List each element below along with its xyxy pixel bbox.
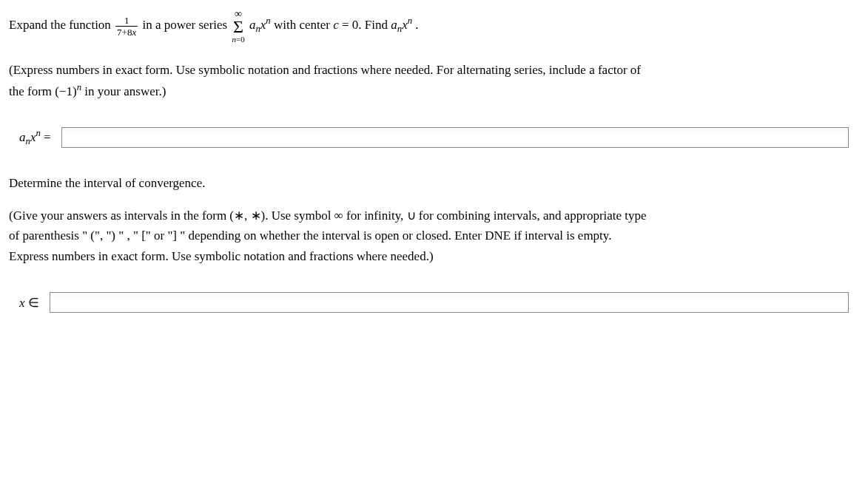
- answer1-label: anxn =: [19, 128, 51, 147]
- answer2-row: x ∈: [9, 292, 859, 313]
- hint2-line3: Express numbers in exact form. Use symbo…: [9, 248, 859, 265]
- answer2-label: x ∈: [19, 295, 39, 311]
- hint2-line2: of parenthesis " (", ") " , " [" or "] "…: [9, 227, 859, 245]
- hint1-line1: (Express numbers in exact form. Use symb…: [9, 61, 859, 79]
- series-term: anxn: [249, 18, 274, 32]
- summation: ∞ Σ n=0: [232, 9, 244, 44]
- hint1-line2: the form (−1)n in your answer.): [9, 81, 859, 100]
- q1-prefix: Expand the function: [9, 18, 114, 32]
- frac-denominator: 7+8x: [115, 26, 138, 37]
- fraction: 1 7+8x: [115, 16, 138, 37]
- answer2-input[interactable]: [50, 292, 849, 313]
- hint2: (Give your answers as intervals in the f…: [9, 207, 859, 265]
- frac-numerator: 1: [115, 16, 138, 26]
- q1-mid1: in a power series: [142, 18, 230, 32]
- answer1-row: anxn =: [9, 127, 859, 148]
- find-term: anxn: [391, 18, 415, 32]
- q1-mid2: with center: [274, 18, 333, 32]
- answer1-input[interactable]: [61, 127, 849, 148]
- hint2-line1: (Give your answers as intervals in the f…: [9, 207, 859, 225]
- question1-prompt: Expand the function 1 7+8x in a power se…: [9, 9, 859, 44]
- hint1: (Express numbers in exact form. Use symb…: [9, 61, 859, 101]
- question2-prompt: Determine the interval of convergence.: [9, 175, 859, 192]
